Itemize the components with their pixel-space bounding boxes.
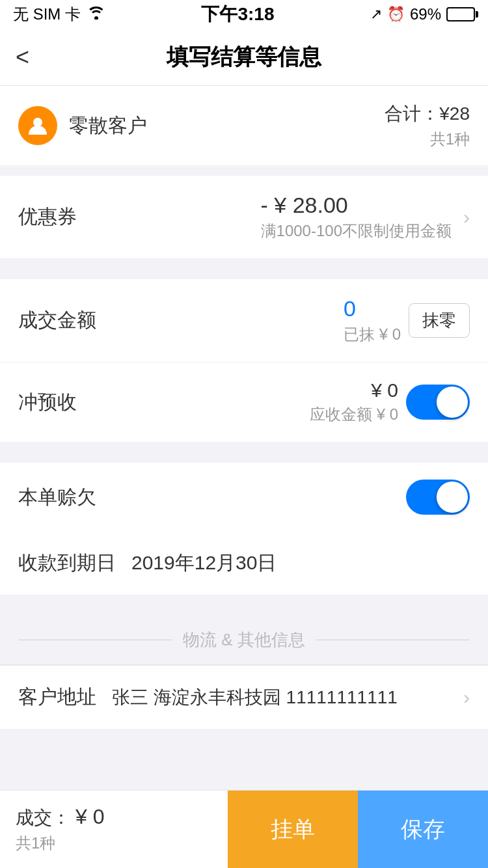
alarm-icon: ⏰ <box>387 6 405 23</box>
wifi-icon <box>87 5 105 23</box>
logistics-label: 物流 & 其他信息 <box>183 629 305 651</box>
address-row[interactable]: 客户地址 张三 海淀永丰科技园 11111111111 › <box>0 666 488 729</box>
page-title: 填写结算等信息 <box>167 42 321 72</box>
logistics-divider: 物流 & 其他信息 <box>18 629 470 651</box>
debt-toggle[interactable] <box>406 480 470 515</box>
address-section: 客户地址 张三 海淀永丰科技园 11111111111 › <box>0 666 488 729</box>
debt-right <box>406 480 470 515</box>
divider-3 <box>0 605 488 616</box>
nav-bar: < 填写结算等信息 <box>0 29 488 86</box>
save-button[interactable]: 保存 <box>358 791 488 868</box>
customer-section: 零散客户 合计：¥28 共1种 <box>0 86 488 165</box>
transaction-section: 成交金额 0 已抹 ¥ 0 抹零 冲预收 ¥ 0 应收金额 ¥ 0 <box>0 279 488 442</box>
coupon-label: 优惠券 <box>18 204 77 230</box>
divider-line-right <box>316 640 470 640</box>
divider-1 <box>0 269 488 279</box>
divider-line-left <box>18 640 172 640</box>
customer-avatar <box>18 106 57 145</box>
due-date-value: 2019年12月30日 <box>131 550 277 576</box>
debt-row: 本单赊欠 <box>0 463 488 532</box>
preorder-right-container: ¥ 0 应收金额 ¥ 0 <box>310 379 470 425</box>
bottom-info: 成交： ¥ 0 共1种 <box>0 791 228 868</box>
address-value: 张三 海淀永丰科技园 11111111111 <box>112 685 459 710</box>
debt-toggle-knob <box>437 481 468 513</box>
due-date-row: 收款到期日 2019年12月30日 <box>0 532 488 595</box>
preorder-label: 冲预收 <box>18 389 77 416</box>
battery-percent: 69% <box>410 5 441 23</box>
status-left: 无 SIM 卡 <box>13 4 105 25</box>
coupon-section: 优惠券 - ¥ 28.00 满1000-100不限制使用金额 › <box>0 176 488 258</box>
transaction-label: 成交金额 <box>18 307 96 334</box>
customer-total-count: 共1种 <box>385 129 470 150</box>
status-time: 下午3:18 <box>201 2 274 27</box>
preorder-receivable: 应收金额 ¥ 0 <box>310 404 398 425</box>
status-bar: 无 SIM 卡 下午3:18 ↗ ⏰ 69% <box>0 0 488 29</box>
carrier-label: 无 SIM 卡 <box>13 4 81 25</box>
customer-total-amount: 合计：¥28 <box>385 102 470 126</box>
bottom-deal-label: 成交： <box>16 806 70 830</box>
already-rounded: 已抹 ¥ 0 <box>344 324 401 345</box>
debt-section: 本单赊欠 收款到期日 2019年12月30日 <box>0 463 488 595</box>
coupon-right: - ¥ 28.00 满1000-100不限制使用金额 › <box>261 193 470 241</box>
preorder-row: 冲预收 ¥ 0 应收金额 ¥ 0 <box>0 362 488 442</box>
content: 零散客户 合计：¥28 共1种 优惠券 - ¥ 28.00 满1000-100不… <box>0 86 488 830</box>
chevron-right-icon: › <box>463 206 470 228</box>
bottom-count: 共1种 <box>16 833 212 854</box>
svg-point-0 <box>33 118 42 127</box>
status-right: ↗ ⏰ 69% <box>370 5 475 23</box>
debt-label: 本单赊欠 <box>18 484 96 511</box>
transaction-right: 0 已抹 ¥ 0 抹零 <box>344 296 470 345</box>
preorder-amount: ¥ 0 <box>310 379 398 401</box>
round-button[interactable]: 抹零 <box>409 303 470 338</box>
due-date-label: 收款到期日 <box>18 550 116 576</box>
logistics-header: 物流 & 其他信息 <box>0 616 488 664</box>
customer-row: 零散客户 合计：¥28 共1种 <box>0 86 488 165</box>
preorder-amounts: ¥ 0 应收金额 ¥ 0 <box>310 379 398 425</box>
transaction-value: 0 <box>344 296 401 321</box>
address-chevron-icon: › <box>463 686 470 709</box>
bottom-deal: 成交： ¥ 0 <box>16 805 212 830</box>
transaction-row: 成交金额 0 已抹 ¥ 0 抹零 <box>0 279 488 362</box>
customer-total: 合计：¥28 共1种 <box>385 102 470 150</box>
back-button[interactable]: < <box>16 44 29 71</box>
bottom-bar: 成交： ¥ 0 共1种 挂单 保存 <box>0 790 488 868</box>
customer-left: 零散客户 <box>18 106 147 145</box>
bottom-deal-amount: ¥ 0 <box>75 805 104 829</box>
toggle-knob <box>437 387 468 418</box>
hold-button[interactable]: 挂单 <box>228 791 358 868</box>
divider-2 <box>0 452 488 463</box>
coupon-amount: - ¥ 28.00 <box>261 193 452 218</box>
address-label: 客户地址 <box>18 684 96 711</box>
coupon-sub: 满1000-100不限制使用金额 <box>261 221 452 241</box>
battery-icon <box>446 7 475 21</box>
coupon-row[interactable]: 优惠券 - ¥ 28.00 满1000-100不限制使用金额 › <box>0 176 488 258</box>
location-icon: ↗ <box>370 6 382 23</box>
customer-name: 零散客户 <box>69 113 147 139</box>
preorder-toggle[interactable] <box>406 385 470 420</box>
